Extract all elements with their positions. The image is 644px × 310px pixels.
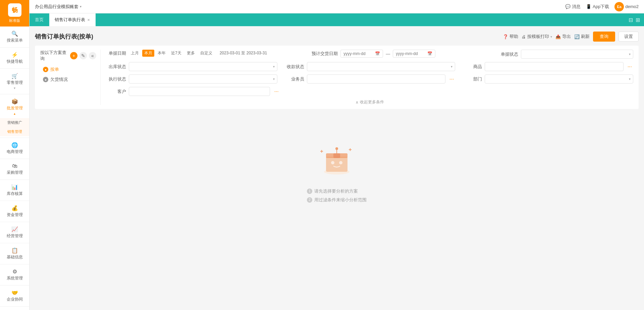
filter-right-panel: 单据日期 上月 本月 本年 近7天 更多 自定义 2023-03-01 至 20… [101, 50, 633, 105]
expected-date-to-input[interactable] [396, 51, 426, 56]
filter-group-dept: 部门 ▾ [462, 74, 633, 84]
tab-maximize-btn[interactable]: ⊞ [636, 17, 640, 23]
salesperson-input[interactable] [307, 74, 445, 84]
tabbar: 首页 销售订单执行表 ✕ ⊟ ⊞ [30, 13, 644, 26]
settings-btn[interactable]: 设置 [619, 32, 639, 42]
sidebar-item-ecommerce[interactable]: 🌐 电商管理 [0, 139, 29, 157]
nav-basic: 📋 基础信息 [0, 243, 29, 264]
scheme-item-欠货情况[interactable]: ● 欠货情况 [40, 74, 96, 85]
date-tab-lastmonth[interactable]: 上月 [129, 50, 141, 57]
sidebar-item-newuser[interactable]: 🎯 新手引导 [0, 308, 29, 310]
operation-icon: 📈 [11, 226, 18, 232]
filter-more: ∧ 收起更多条件 [106, 99, 633, 105]
nav-operation: 📈 经营管理 [0, 222, 29, 243]
delivery-select[interactable] [129, 62, 277, 71]
wholesale-icon: 📦 [11, 98, 18, 105]
execstatus-select[interactable] [129, 74, 277, 84]
date-dash: — [386, 51, 390, 56]
sidebar-logo[interactable]: 畅 标准版 [0, 0, 29, 27]
wholesale-caret: ▴ [14, 112, 15, 115]
svg-rect-3 [333, 153, 340, 158]
dept-select[interactable] [485, 74, 633, 84]
execstatus-label: 执行状态 [106, 76, 126, 82]
expected-date-from-input[interactable] [343, 51, 374, 56]
salesperson-label: 业务员 [284, 76, 304, 82]
filter-row-2: 出库状态 ▾ 收款状态 [106, 62, 633, 71]
tab-minimize-btn[interactable]: ⊟ [629, 17, 633, 23]
payment-select-wrapper: ▾ [307, 62, 455, 71]
user-profile-btn[interactable]: Ea demo2 [614, 2, 639, 11]
export-btn[interactable]: 📤 导出 [555, 34, 571, 40]
date-tab-thisyear[interactable]: 本年 [156, 50, 168, 57]
finance-icon: 💰 [11, 205, 18, 211]
refresh-btn[interactable]: 🔄 刷新 [574, 34, 590, 40]
date-tab-custom[interactable]: 自定义 [198, 50, 214, 57]
sidebar-item-retail[interactable]: 🛒 零售管理 ▾ [0, 70, 29, 93]
expected-date-to[interactable]: 📅 [393, 50, 435, 58]
app-download-btn[interactable]: 📱 App下载 [586, 4, 609, 10]
tab-home[interactable]: 首页 [30, 13, 49, 26]
nav-inventory: 📊 库存核算 [0, 180, 29, 201]
filter-left-panel: 按以下方案查询 + ✎ « ● 按单 ● 欠货情况 [40, 50, 101, 105]
salesperson-dots[interactable]: ··· [448, 76, 455, 82]
payment-select[interactable] [307, 62, 455, 71]
sidebar-item-marketing[interactable]: 营销推广 [0, 118, 29, 127]
retail-icon: 🛒 [11, 73, 18, 79]
nav-retail: 🛒 零售管理 ▾ [0, 69, 29, 94]
edit-scheme-btn[interactable]: ✎ [79, 52, 87, 59]
collapse-more-btn[interactable]: ∧ 收起更多条件 [356, 99, 384, 105]
goods-dots[interactable]: ··· [626, 64, 633, 70]
sidebar-item-sales-mgmt[interactable]: 销售管理 [0, 127, 29, 136]
tab-close-btn[interactable]: ✕ [87, 18, 90, 22]
sidebar-item-wholesale[interactable]: 📦 批发管理 ▴ [0, 96, 29, 118]
date-tab-thismonth[interactable]: 本月 [142, 50, 154, 57]
search-menu-button[interactable]: 🔍 搜索菜单 [2, 29, 27, 45]
sidebar-item-inventory[interactable]: 📊 库存核算 [0, 181, 29, 199]
tabbar-actions: ⊟ ⊞ [625, 17, 644, 23]
customer-input[interactable] [129, 87, 270, 96]
sidebar-item-corp[interactable]: 🤝 企业协同 [0, 287, 29, 305]
logo-icon: 畅 [8, 3, 21, 17]
filter-left-title: 按以下方案查询 + ✎ « [40, 50, 96, 62]
app-title-caret: ▾ [80, 5, 82, 8]
system-icon: ⚙ [12, 268, 17, 275]
customer-dots[interactable]: ··· [273, 89, 280, 95]
sidebar-item-system[interactable]: ⚙ 系统管理 [0, 266, 29, 284]
scheme-item-按单[interactable]: ● 按单 [40, 64, 96, 74]
empty-illustration [317, 140, 357, 180]
nav-purchase: 🛍 采购管理 [0, 159, 29, 180]
expected-date-label: 预计交货日期 [311, 51, 338, 57]
header-right-btns: ❓ 帮助 🖨 按模板打印 ▾ 📤 导出 🔄 刷新 查询 设置 [503, 32, 639, 42]
message-btn[interactable]: 💬 消息 [565, 4, 581, 10]
nav-newuser: 🎯 新手引导 [0, 307, 29, 310]
avatar: Ea [614, 2, 624, 11]
print-btn[interactable]: 🖨 按模板打印 ▾ [522, 34, 552, 40]
svg-rect-1 [326, 157, 347, 172]
collapse-scheme-btn[interactable]: « [89, 52, 96, 59]
filter-group-expecteddate: 预计交货日期 📅 — 📅 [311, 50, 491, 58]
cal-icon-1: 📅 [375, 51, 380, 56]
tab-sales-exec[interactable]: 销售订单执行表 ✕ [49, 13, 96, 26]
goods-input[interactable] [485, 62, 623, 71]
date-tab-7days[interactable]: 近7天 [169, 50, 183, 57]
date-group: 上月 本月 本年 近7天 更多 自定义 2023-03-01 至 2023-03… [129, 50, 304, 57]
delivery-label: 出库状态 [106, 64, 126, 70]
retail-caret: ▾ [14, 86, 15, 90]
sidebar-item-purchase[interactable]: 🛍 采购管理 [0, 160, 29, 178]
sidebar-item-operation[interactable]: 📈 经营管理 [0, 223, 29, 242]
quicknav-icon: ⚡ [11, 52, 18, 58]
date-tab-more[interactable]: 更多 [185, 50, 197, 57]
scheme-dot-orange: ● [43, 67, 48, 72]
sidebar-item-finance[interactable]: 💰 资金管理 [0, 202, 29, 220]
empty-tips: 1 请先选择要分析的方案 2 用过滤条件来缩小分析范围 [307, 187, 367, 204]
query-btn[interactable]: 查询 [593, 32, 615, 42]
topbar-right: 💬 消息 📱 App下载 Ea demo2 [565, 2, 639, 11]
help-btn[interactable]: ❓ 帮助 [503, 34, 518, 40]
add-scheme-btn[interactable]: + [70, 52, 77, 59]
date-tabs: 上月 本月 本年 近7天 更多 自定义 [129, 50, 214, 57]
tip-num-2: 2 [307, 197, 312, 203]
docstatus-select[interactable] [521, 50, 633, 59]
sidebar-item-basic[interactable]: 📋 基础信息 [0, 245, 29, 263]
expected-date-from[interactable]: 📅 [340, 50, 383, 58]
sidebar-item-quicknav[interactable]: ⚡ 快捷导航 [0, 49, 29, 67]
